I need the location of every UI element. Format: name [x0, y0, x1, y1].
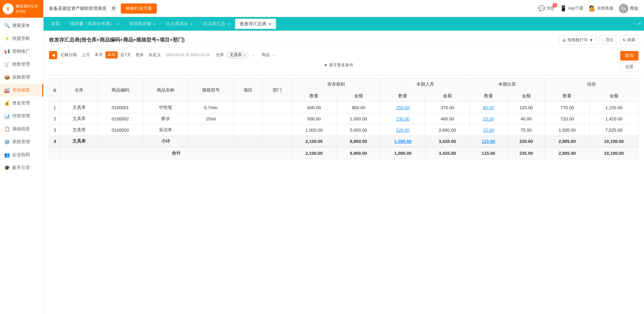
- purchase-icon: 📦: [4, 75, 10, 80]
- page-container: 收发存汇总表(按仓库+商品编码+商品+规格型号+项目+部门) 🖨 按模板打印 ▼…: [44, 31, 644, 314]
- close-all-tabs[interactable]: ×: [638, 21, 641, 27]
- row-in-qty-link[interactable]: 1,000.00: [394, 139, 412, 144]
- sidebar-item-label: 采购管理: [12, 74, 30, 80]
- row-out-qty-link[interactable]: 15.00: [483, 128, 494, 133]
- online-service-action[interactable]: 💁 在线客服: [589, 5, 613, 12]
- system-icon: ⚙️: [4, 139, 10, 145]
- row-no: 2: [49, 113, 61, 125]
- col-project-header: 项目: [233, 79, 263, 102]
- tab-close-batch-ledger[interactable]: ×: [153, 22, 156, 26]
- tab-recv-send-summary[interactable]: 收发存汇总表 ×: [235, 19, 276, 29]
- row-goods-spec: 20ml: [188, 113, 233, 125]
- col-period-in-header: 本期入库: [381, 79, 469, 90]
- expand-more-btn[interactable]: ▼ 展开更多条件: [324, 61, 354, 69]
- tab-close-stock-dist[interactable]: ×: [116, 22, 119, 26]
- row-in-qty-link[interactable]: 230.00: [396, 116, 410, 121]
- tab-close-in-out-summary[interactable]: ×: [227, 22, 230, 26]
- row-goods-spec: [188, 136, 233, 147]
- goods-filter-label: 商品: [262, 52, 270, 58]
- tab-close-in-out-flow[interactable]: ×: [190, 22, 193, 26]
- col-out-qty: 数量: [469, 90, 507, 102]
- sidebar-item-operations[interactable]: 📊 经营管理: [0, 110, 43, 122]
- warehouse-tag-close[interactable]: ×: [243, 53, 246, 57]
- sidebar-item-system[interactable]: ⚙️ 系统管理: [0, 135, 43, 148]
- guide-icon: 🎓: [4, 165, 10, 170]
- row-end-qty: 710.00: [545, 113, 590, 125]
- system-settings-icon[interactable]: ⚙: [111, 5, 117, 12]
- table-row: 1文具库0100001中性笔0.7mm600.00900.00250.00375…: [49, 102, 639, 113]
- row-goods-code: 0100002: [98, 113, 143, 125]
- row-in-qty[interactable]: 520.00: [381, 125, 425, 136]
- row-no: 1: [49, 102, 61, 113]
- print-btn[interactable]: 🖨 按模板打印 ▼: [559, 35, 596, 45]
- col-period-out-header: 本期出库: [469, 79, 545, 90]
- date-btn-this-month[interactable]: 本月: [93, 51, 105, 59]
- query-btn[interactable]: 查询: [620, 51, 639, 61]
- row-in-qty[interactable]: 250.00: [381, 102, 425, 113]
- row-dept: [263, 113, 292, 125]
- sidebar-item-base-info[interactable]: 📋 基础信息: [0, 122, 43, 135]
- footer-end-qty: 2,985.00: [545, 147, 590, 159]
- tab-home[interactable]: 首页: [46, 19, 65, 29]
- trial-btn[interactable]: 体验行业方案: [121, 3, 157, 14]
- row-out-amt: 120.00: [507, 102, 545, 113]
- col-opening-header: 库存期初: [292, 79, 381, 90]
- sidebar-item-inventory[interactable]: 🏭 库存核算: [0, 84, 43, 97]
- row-in-qty-link[interactable]: 520.00: [396, 128, 410, 133]
- user-area[interactable]: Ea 用友: [619, 4, 639, 13]
- row-in-amt: 375.00: [425, 102, 470, 113]
- quick-nav-icon: ⚡: [4, 36, 10, 41]
- col-end-balance-header: 结存: [545, 79, 639, 90]
- row-out-qty[interactable]: 80.00: [469, 102, 507, 113]
- export-btn[interactable]: ↑ 导出: [599, 35, 617, 45]
- row-opening-amt: 5,000.00: [336, 125, 381, 136]
- row-out-qty-link[interactable]: 20.00: [483, 116, 494, 121]
- user-label: 用友: [630, 5, 639, 12]
- row-in-qty[interactable]: 1,000.00: [381, 136, 425, 147]
- tab-close-recv-send[interactable]: ×: [268, 22, 271, 26]
- sidebar-item-guide[interactable]: 🎓 新手引导: [0, 161, 43, 174]
- tab-in-out-flow[interactable]: 出入库流水 ×: [161, 19, 198, 29]
- row-out-qty-link[interactable]: 80.00: [483, 105, 494, 110]
- tab-batch-ledger[interactable]: 库存批次账 ×: [125, 19, 161, 29]
- goods-filter-more[interactable]: ···: [273, 52, 277, 58]
- settings-btn[interactable]: 设置: [620, 62, 639, 72]
- sidebar-item-quick-nav[interactable]: ⚡ 快捷导航: [0, 32, 43, 45]
- date-btn-last-month[interactable]: 上月: [80, 51, 92, 59]
- sidebar-item-collab[interactable]: 👥 企业协同: [0, 148, 43, 161]
- sidebar-item-assets[interactable]: 💰 资金管理: [0, 97, 43, 110]
- date-btn-custom[interactable]: 自定义: [147, 51, 163, 59]
- date-btn-7-days[interactable]: 近7天: [118, 51, 133, 59]
- row-in-qty-link[interactable]: 250.00: [396, 105, 410, 110]
- row-out-qty[interactable]: 115.00: [469, 136, 507, 147]
- sidebar-item-purchase[interactable]: 📦 采购管理: [0, 71, 43, 84]
- row-out-qty-link[interactable]: 115.00: [482, 139, 495, 144]
- row-in-qty[interactable]: 230.00: [381, 113, 425, 125]
- app-download-action[interactable]: 📱 App下载: [560, 5, 583, 12]
- sidebar-item-sales[interactable]: 🛒 销售管理: [0, 58, 43, 71]
- row-project: [233, 113, 263, 125]
- col-opening-qty: 数量: [292, 90, 336, 102]
- date-btn-more[interactable]: 更多: [134, 51, 146, 59]
- filter-collapse-btn[interactable]: ◀: [49, 51, 57, 59]
- message-action[interactable]: 💬 消息 6: [538, 5, 555, 12]
- tab-in-out-summary[interactable]: 出入库汇总 ×: [198, 19, 235, 29]
- table-row: 4文具库小计2,100.006,900.001,000.003,435.0011…: [49, 136, 639, 147]
- table-settings-icon[interactable]: ⚙: [53, 88, 57, 93]
- row-out-qty[interactable]: 15.00: [469, 125, 507, 136]
- sidebar-item-search[interactable]: 🔍 搜索菜单: [0, 19, 43, 32]
- row-opening-qty: 500.00: [292, 113, 336, 125]
- sidebar-item-marketing[interactable]: 📢 营销推广: [0, 45, 43, 58]
- date-btn-this-year[interactable]: 本年: [105, 51, 118, 59]
- row-goods-name: 小计: [143, 136, 188, 147]
- row-no: 4: [49, 136, 61, 147]
- refresh-btn[interactable]: ↻ 刷新: [620, 35, 639, 45]
- sidebar-item-label: 经营管理: [12, 113, 30, 119]
- col-warehouse-header: 仓库: [61, 79, 98, 102]
- row-project: [233, 125, 263, 136]
- tab-stock-dist[interactable]: 现存量（库存分布表） ×: [65, 19, 124, 29]
- service-icon: 💁: [589, 5, 596, 12]
- tab-label: 收发存汇总表: [240, 21, 266, 27]
- warehouse-filter-more[interactable]: ···: [251, 52, 255, 58]
- row-out-qty[interactable]: 20.00: [469, 113, 507, 125]
